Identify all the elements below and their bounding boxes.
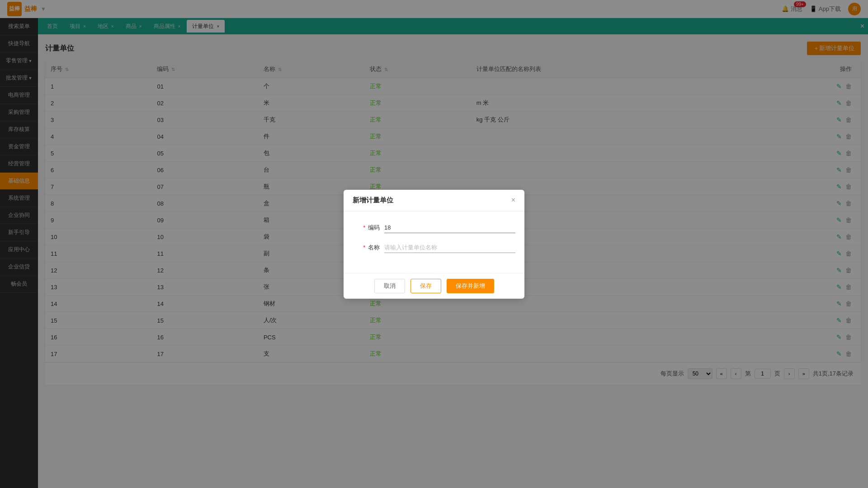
name-required-mark: * — [363, 244, 365, 251]
form-name-row: * 名称 — [353, 242, 515, 253]
modal-overlay[interactable]: 新增计量单位 × * 编码 * 名称 取消 保存 保存并新增 — [0, 0, 868, 488]
modal-footer: 取消 保存 保存并新增 — [344, 273, 524, 299]
cancel-button[interactable]: 取消 — [374, 279, 405, 293]
name-label-text: 名称 — [368, 244, 380, 251]
add-measure-unit-modal: 新增计量单位 × * 编码 * 名称 取消 保存 保存并新增 — [344, 190, 524, 299]
modal-close-button[interactable]: × — [511, 196, 515, 204]
code-input[interactable] — [384, 222, 515, 233]
name-input[interactable] — [384, 242, 515, 253]
save-and-new-button[interactable]: 保存并新增 — [447, 279, 494, 293]
modal-header: 新增计量单位 × — [344, 190, 524, 211]
code-label: * 编码 — [353, 224, 380, 232]
modal-body: * 编码 * 名称 — [344, 211, 524, 273]
modal-title: 新增计量单位 — [353, 196, 393, 205]
save-button[interactable]: 保存 — [410, 279, 441, 293]
form-code-row: * 编码 — [353, 222, 515, 233]
name-label: * 名称 — [353, 244, 380, 252]
code-label-text: 编码 — [368, 224, 380, 231]
code-required-mark: * — [363, 224, 365, 231]
